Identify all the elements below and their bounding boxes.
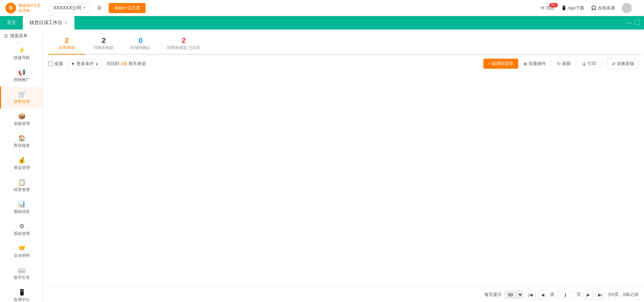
filter-tab-wangpu[interactable]: 0 旺铺待确认 <box>122 34 159 55</box>
next-page-button[interactable]: ▶ <box>584 290 593 299</box>
print-icon: 🖨 <box>582 61 586 66</box>
toolbar-right: + 新增销货单 ⊞ 批量操作 ↻ 刷新 🖨 打印 ⇄ 切换 <box>483 58 639 69</box>
add-sales-order-button[interactable]: + 新增销货单 <box>483 59 518 69</box>
sidebar-item-xitong[interactable]: ⚙ 系统管理 <box>0 219 43 241</box>
table-area <box>43 73 644 287</box>
app-download-label: App下载 <box>568 5 584 11</box>
sidebar-label-xitong: 系统管理 <box>14 231 30 237</box>
sidebar-item-yingyong[interactable]: 📱 应用中心 <box>0 285 43 302</box>
header-left: 6 畅捷通好生意 标准版 XXXXXX公司 ▼ ⚙ 体验行业方案 <box>5 3 146 13</box>
filter-tab-all-count: 2 <box>56 36 77 45</box>
filter-tab-chuku[interactable]: 2 到期未收款 已出库 <box>159 34 208 55</box>
filter-dropdown-icon: ∨ <box>95 61 99 66</box>
search-menu-icon: ☰ <box>4 34 8 39</box>
filter-tabs: 2 全部单据 2 到期未收款 0 旺铺待确认 2 到期未收款 已出库 <box>48 34 639 55</box>
toolbar-left: 全选 ▼ 更多条件 ∨ 共找到 0条 相关单据 <box>48 59 479 68</box>
avatar[interactable] <box>622 3 632 13</box>
page-input[interactable] <box>557 291 574 298</box>
filter-button[interactable]: ▼ 更多条件 ∨ <box>67 59 102 68</box>
logo-text: 畅捷通好生意 标准版 <box>19 3 41 13</box>
chart-icon: 📊 <box>18 200 25 208</box>
batch-operation-button[interactable]: ⊞ 批量操作 <box>524 61 546 67</box>
filter-tab-chuku-label: 到期未收款 已出库 <box>167 45 200 50</box>
nav-tabs: 首页 钱货日清工作台 ✕ — ⛶ <box>0 16 644 29</box>
message-button[interactable]: ✉ 消息 99+ <box>541 5 554 11</box>
per-page-select[interactable]: 50 10 20 100 <box>504 291 523 299</box>
sidebar-item-xiaoshou[interactable]: 🛒 销售管理 <box>0 86 43 109</box>
message-badge: 99+ <box>549 3 558 7</box>
tab-qianhuoriqing[interactable]: 钱货日清工作台 ✕ <box>23 16 74 29</box>
sidebar-item-jichu[interactable]: 📊 基础信息 <box>0 196 43 219</box>
sidebar-item-kucun[interactable]: 🏠 库存核算 <box>0 130 43 153</box>
book-icon: 📖 <box>18 266 25 274</box>
clipboard-icon: 📋 <box>18 179 25 186</box>
select-all-checkbox-area[interactable]: 全选 <box>48 61 63 67</box>
minimize-icon[interactable]: — <box>627 20 632 26</box>
sidebar-label-yingxiao: 营销推广 <box>14 77 30 83</box>
sidebar-item-xinshou[interactable]: 📖 新手引导 <box>0 262 43 285</box>
page-label-suffix: 页 <box>577 292 581 298</box>
sidebar-item-kuaijie[interactable]: ⚡ 快捷导航 <box>0 43 43 65</box>
result-text: 共找到 0条 相关单据 <box>106 61 146 67</box>
top-header: 6 畅捷通好生意 标准版 XXXXXX公司 ▼ ⚙ 体验行业方案 ✉ 消息 99… <box>0 0 644 16</box>
switch-icon: ⇄ <box>612 61 615 66</box>
sidebar-label-xiaoshou: 销售管理 <box>14 99 30 105</box>
tab-home[interactable]: 首页 <box>0 16 23 29</box>
filter-tab-all-label: 全部单据 <box>59 45 75 50</box>
sidebar-label-jingying: 经营管理 <box>14 187 30 193</box>
filter-tab-chuku-count: 2 <box>167 36 200 45</box>
filter-tab-overdue-count: 2 <box>93 36 114 45</box>
sidebar-label-xinshou: 新手引导 <box>14 275 30 281</box>
filter-tab-all[interactable]: 2 全部单据 <box>48 34 85 55</box>
handshake-icon: 🤝 <box>18 244 25 252</box>
nav-tabs-right: — ⛶ <box>623 20 644 26</box>
sidebar-item-qiye[interactable]: 🤝 企业协同 <box>0 240 43 262</box>
gear-icon: ⚙ <box>97 5 102 11</box>
sidebar-item-zijin[interactable]: 💰 资金管理 <box>0 153 43 175</box>
refresh-label: 刷新 <box>562 61 571 67</box>
sidebar: ☰ 搜索菜单 ⚡ 快捷导航 📢 营销推广 🛒 销售管理 📦 采购管理 🏠 库存核… <box>0 29 43 302</box>
select-all-label: 全选 <box>54 61 63 67</box>
settings-button[interactable]: ⚙ <box>94 3 105 13</box>
select-all-checkbox[interactable] <box>48 61 53 66</box>
result-count: 0条 <box>121 61 127 66</box>
app-download-button[interactable]: 📱 App下载 <box>561 5 584 11</box>
maximize-icon[interactable]: ⛶ <box>635 20 640 26</box>
toolbar: 全选 ▼ 更多条件 ∨ 共找到 0条 相关单据 + 新增销货单 ⊞ 批量操作 <box>43 55 644 73</box>
headset-icon: 🎧 <box>591 5 596 10</box>
sidebar-label-kuaijie: 快捷导航 <box>14 55 30 61</box>
filter-tab-overdue[interactable]: 2 到期未收款 <box>85 34 122 55</box>
company-dropdown-arrow: ▼ <box>83 6 86 10</box>
sidebar-search[interactable]: ☰ 搜索菜单 <box>0 29 43 43</box>
sidebar-item-jingying[interactable]: 📋 经营管理 <box>0 175 43 197</box>
settings-icon: ⚙ <box>19 223 24 230</box>
tab-close-icon[interactable]: ✕ <box>64 20 68 25</box>
layout: ☰ 搜索菜单 ⚡ 快捷导航 📢 营销推广 🛒 销售管理 📦 采购管理 🏠 库存核… <box>0 29 644 302</box>
refresh-button[interactable]: ↻ 刷新 <box>557 61 571 67</box>
trial-button[interactable]: 体验行业方案 <box>109 3 146 13</box>
toolbar-divider2 <box>576 61 577 66</box>
switch-label: 切换新版 <box>617 61 634 67</box>
main-content: 2 全部单据 2 到期未收款 0 旺铺待确认 2 到期未收款 已出库 <box>43 29 644 302</box>
sidebar-item-caigou[interactable]: 📦 采购管理 <box>0 109 43 131</box>
print-label: 打印 <box>588 61 596 67</box>
cart-icon: 🛒 <box>18 90 25 98</box>
company-selector[interactable]: XXXXXX公司 ▼ <box>50 3 90 13</box>
sidebar-label-jichu: 基础信息 <box>14 209 30 215</box>
page-label-prefix: 第 <box>550 292 554 298</box>
sidebar-item-yingxiao[interactable]: 📢 营销推广 <box>0 65 43 87</box>
message-icon: ✉ <box>541 5 544 10</box>
switch-version-button[interactable]: ⇄ 切换新版 <box>607 58 639 69</box>
filter-tab-overdue-label: 到期未收款 <box>94 45 114 50</box>
online-service-button[interactable]: 🎧 在线客服 <box>591 5 615 11</box>
prev-page-button[interactable]: ◀ <box>538 290 547 299</box>
last-page-button[interactable]: ▶| <box>596 290 605 299</box>
print-button[interactable]: 🖨 打印 <box>582 61 596 67</box>
pagination-bar: 每页显示 50 10 20 100 |◀ ◀ 第 页 ▶ ▶| 共0页，0条记录 <box>43 287 644 302</box>
search-menu-label: 搜索菜单 <box>10 33 28 39</box>
filter-label: 更多条件 <box>76 61 94 67</box>
first-page-button[interactable]: |◀ <box>526 290 535 299</box>
app-download-icon: 📱 <box>561 5 567 10</box>
filter-icon: ▼ <box>71 61 75 66</box>
package-icon: 📦 <box>18 113 25 120</box>
